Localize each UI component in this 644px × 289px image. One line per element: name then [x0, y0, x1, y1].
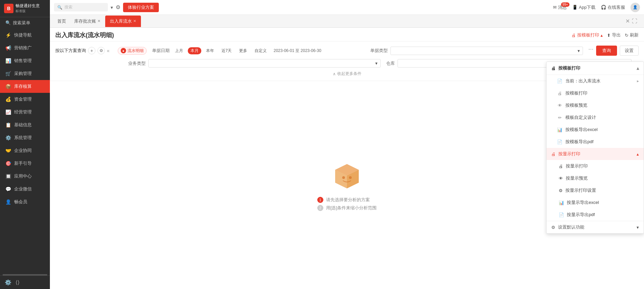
default-settings-label: 设置默认功能 [558, 224, 584, 230]
search-label-group: 按以下方案查询 + ⚙ « [55, 47, 110, 54]
sidebar-item-finance[interactable]: 💰 资金管理 [0, 93, 50, 106]
dropdown-display-preview[interactable]: 👁 按显示预览 [547, 172, 644, 184]
collapse-label: 收起更多条件 [337, 71, 361, 77]
date-tab-this-year[interactable]: 本年 [203, 47, 217, 54]
sidebar-item-purchase[interactable]: 🛒 采购管理 [0, 67, 50, 80]
app-download-btn[interactable]: 📱 App下载 [572, 4, 595, 10]
dropdown-template-custom[interactable]: ✏ 模板自定义设计 [547, 111, 644, 124]
dropdown-display-print-settings[interactable]: ⚙ 按显示打印设置 [547, 184, 644, 196]
dropdown-display-excel[interactable]: 📊 按显示导出excel [547, 196, 644, 209]
date-tab-7days[interactable]: 近7天 [219, 47, 235, 54]
date-tab-custom[interactable]: 自定义 [252, 47, 269, 54]
sidebar-item-basic[interactable]: 📋 基础信息 [0, 119, 50, 131]
print-dropdown-panel: 🖨 按模板打印 ▴ 📄 当前：出入库流水 ▸ 🖨 按模板打印 👁 按模板预览 [546, 61, 644, 234]
print-dropdown-arrow[interactable]: ▴ [601, 33, 603, 38]
date-tab-last-month[interactable]: 上月 [172, 47, 186, 54]
search-collapse-btn[interactable]: « [107, 48, 110, 53]
app-version: 标准版 [16, 9, 40, 14]
window-maximize-btn[interactable]: ⛶ [632, 18, 637, 24]
print-template-label: 按模板打印 [577, 32, 599, 38]
sidebar-item-wechat[interactable]: 💬 企业微信 [0, 183, 50, 195]
dropdown-template-pdf[interactable]: 📄 按模板导出pdf [547, 136, 644, 148]
step-1-num: 1 [317, 197, 323, 203]
tab-stock-flow[interactable]: 出入库流水 ✕ [105, 16, 141, 27]
template-print-section-header[interactable]: 🖨 按模板打印 ▴ [547, 62, 644, 75]
export-btn[interactable]: ⬆ 导出 [607, 32, 621, 38]
voucher-type-select[interactable]: ▾ [390, 47, 583, 55]
date-range: 2023-06-01 至 2023-06-30 [273, 48, 321, 54]
basic-icon: 📋 [5, 122, 11, 128]
sidebar-label-enterprise: 企业协同 [14, 148, 32, 154]
header-search-box[interactable]: 🔍 搜索 [54, 3, 108, 11]
collapse-up-icon: ∧ [333, 72, 336, 76]
template-custom-label: 模板自定义设计 [565, 114, 596, 121]
sidebar-logo: B 畅捷通好生意 标准版 [0, 0, 50, 17]
sidebar-item-app-center[interactable]: 🔲 应用中心 [0, 170, 50, 183]
dropdown-template-preview[interactable]: 👁 按模板预览 [547, 99, 644, 111]
svg-point-5 [349, 176, 352, 179]
dropdown-display-print[interactable]: 🖨 按显示打印 [547, 160, 644, 172]
query-btn[interactable]: 查询 [596, 46, 617, 56]
dropdown-template-print[interactable]: 🖨 按模板打印 [547, 87, 644, 99]
tab-batch-account-close[interactable]: ✕ [97, 19, 100, 23]
collapse-btn[interactable]: ∧ 收起更多条件 [333, 71, 361, 77]
dropdown-footer[interactable]: ⚙ 设置默认功能 ▾ [547, 221, 644, 233]
app-download-label: App下载 [579, 4, 595, 10]
template-preview-label: 按模板预览 [565, 102, 587, 108]
tab-batch-account[interactable]: 库存批次账 ✕ [69, 16, 105, 27]
biz-type-select[interactable]: ▾ [148, 59, 381, 68]
display-print-title: 按显示打印 [558, 151, 580, 157]
sidebar-search[interactable]: 🔍 搜索菜单 [0, 17, 50, 29]
warehouse-label: 仓库 [386, 60, 395, 67]
tab-stock-flow-close[interactable]: ✕ [133, 19, 136, 23]
sidebar-item-sales[interactable]: 📊 销售管理 [0, 54, 50, 67]
sidebar-item-marketing[interactable]: 📢 营销推广 [0, 42, 50, 54]
dropdown-current-item[interactable]: 📄 当前：出入库流水 ▸ [547, 75, 644, 87]
display-preview-label: 按显示预览 [566, 175, 588, 181]
enterprise-icon: 🤝 [5, 148, 11, 153]
step-1-text: 请先选择要分析的方案 [326, 197, 370, 203]
window-close-btn[interactable]: ✕ [625, 18, 630, 24]
sidebar-item-operation[interactable]: 📈 经营管理 [0, 106, 50, 119]
search-add-btn[interactable]: + [88, 47, 95, 54]
header-search-dropdown[interactable]: ▾ [111, 5, 113, 10]
header-gear-icon[interactable]: ⚙ [116, 4, 120, 10]
user-avatar[interactable]: 👤 [631, 3, 640, 12]
date-tabs: 上月 本月 本年 近7天 更多 自定义 [172, 47, 270, 54]
page-header-actions: 🖨 按模板打印 ▴ ⬆ 导出 ↻ 刷新 [572, 32, 639, 38]
member-icon: 👤 [5, 199, 11, 205]
sidebar-label-purchase: 采购管理 [14, 71, 32, 77]
empty-step-1: 1 请先选择要分析的方案 [317, 197, 377, 203]
sidebar-item-inventory[interactable]: 📦 库存核算 [0, 80, 50, 93]
sidebar-item-enterprise[interactable]: 🤝 企业协同 [0, 144, 50, 157]
export-icon: ⬆ [607, 33, 611, 38]
sidebar-item-guide[interactable]: 🎯 新手引导 [0, 157, 50, 170]
date-tab-more[interactable]: 更多 [236, 47, 250, 54]
sidebar: B 畅捷通好生意 标准版 🔍 搜索菜单 ⚡ 快捷导航 📢 营销推广 📊 销售管理… [0, 0, 50, 289]
sidebar-item-member[interactable]: 👤 畅会员 [0, 195, 50, 208]
printer-icon: 🖨 [572, 33, 576, 38]
empty-illustration [330, 159, 364, 193]
date-tab-this-month[interactable]: 本月 [188, 47, 201, 54]
online-service-btn[interactable]: 🎧 在线客服 [601, 4, 625, 10]
quick-nav-icon: ⚡ [5, 32, 11, 38]
tab-home[interactable]: 首页 [54, 16, 69, 27]
trial-btn[interactable]: 体验行业方案 [123, 3, 159, 12]
search-label: 搜索菜单 [13, 20, 30, 26]
dropdown-display-pdf[interactable]: 📄 按显示导出pdf [547, 209, 644, 221]
search-settings-btn[interactable]: ⚙ [97, 47, 105, 54]
sidebar-item-system[interactable]: ⚙️ 系统管理 [0, 131, 50, 144]
message-btn[interactable]: ✉ 消息 99+ [553, 4, 567, 10]
current-item-label: 当前：出入库流水 [565, 78, 601, 84]
display-pdf-label: 按显示导出pdf [567, 212, 595, 218]
sidebar-item-quick-nav[interactable]: ⚡ 快捷导航 [0, 29, 50, 42]
collapse-footer-icon[interactable]: ⟨⟩ [16, 279, 20, 286]
settings-footer-icon[interactable]: ⚙️ [5, 279, 11, 286]
dropdown-template-excel[interactable]: 📊 按模板导出excel [547, 124, 644, 136]
more-options-btn[interactable]: ··· [588, 46, 593, 56]
settings-btn[interactable]: 设置 [620, 46, 639, 56]
display-print-section-header[interactable]: 🖨 按显示打印 ▴ [547, 148, 644, 160]
template-excel-icon: 📊 [557, 127, 563, 132]
refresh-btn[interactable]: ↻ 刷新 [625, 32, 639, 38]
print-template-btn[interactable]: 🖨 按模板打印 ▴ [572, 32, 603, 38]
